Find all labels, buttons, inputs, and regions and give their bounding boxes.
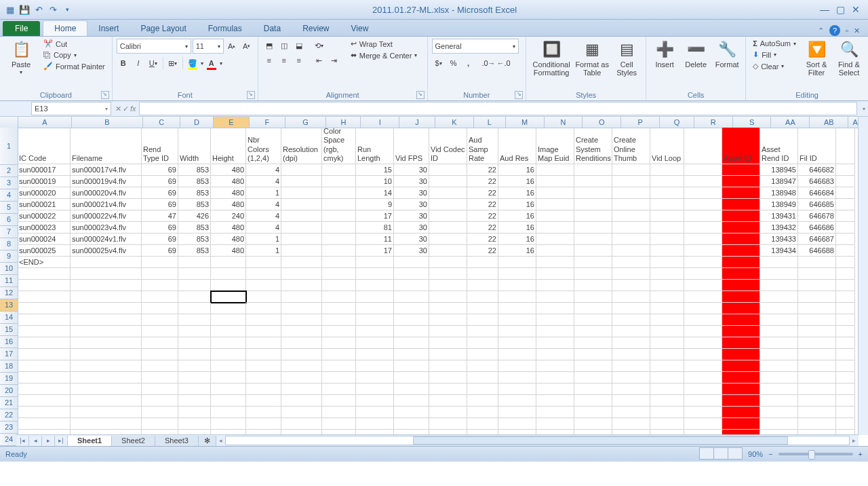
cell[interactable] xyxy=(18,280,71,291)
sheet-tab-3[interactable]: Sheet3 xyxy=(155,436,199,446)
cell[interactable] xyxy=(281,176,322,187)
redo-icon[interactable]: ↷ xyxy=(47,3,59,16)
name-box[interactable]: E13▾ xyxy=(31,102,111,115)
cell[interactable] xyxy=(71,395,142,407)
cell[interactable]: sun000025 xyxy=(18,245,71,257)
cell[interactable]: Vid FPS xyxy=(394,128,429,164)
cell[interactable] xyxy=(18,395,71,407)
cell[interactable] xyxy=(394,291,429,303)
cell[interactable] xyxy=(281,187,322,199)
cell[interactable]: 69 xyxy=(142,187,178,199)
cell[interactable] xyxy=(429,349,467,360)
column-header[interactable]: R xyxy=(694,117,733,128)
cell[interactable] xyxy=(142,326,178,337)
cell[interactable] xyxy=(650,395,684,407)
cell[interactable] xyxy=(211,337,246,349)
cell[interactable] xyxy=(429,418,467,430)
cell[interactable] xyxy=(836,128,855,164)
cell[interactable] xyxy=(650,360,684,372)
cell[interactable] xyxy=(536,384,574,395)
formula-input[interactable] xyxy=(139,102,857,115)
cell[interactable] xyxy=(684,164,722,176)
shrink-font-icon[interactable]: A▾ xyxy=(240,39,254,53)
row-header[interactable]: 5 xyxy=(0,202,18,214)
row-header[interactable]: 19 xyxy=(0,373,18,385)
cell[interactable] xyxy=(612,418,650,430)
cell[interactable] xyxy=(798,257,836,268)
tab-view[interactable]: View xyxy=(340,21,380,36)
cell[interactable] xyxy=(760,395,798,407)
cell[interactable] xyxy=(836,384,855,395)
cell[interactable] xyxy=(467,268,498,280)
cell[interactable] xyxy=(722,245,760,257)
cell[interactable] xyxy=(429,176,467,187)
cell[interactable] xyxy=(650,372,684,384)
cell[interactable] xyxy=(836,268,855,280)
cell[interactable] xyxy=(71,337,142,349)
cell[interactable] xyxy=(612,326,650,337)
zoom-slider[interactable] xyxy=(778,453,853,455)
number-dialog-icon[interactable]: ↘ xyxy=(515,91,523,99)
decrease-decimal-icon[interactable]: ←.0 xyxy=(497,56,511,70)
copy-button[interactable]: ⿻Copy▾ xyxy=(41,50,108,60)
cell[interactable] xyxy=(536,360,574,372)
cell[interactable] xyxy=(722,360,760,372)
cell[interactable] xyxy=(798,280,836,291)
cell[interactable] xyxy=(722,303,760,314)
cell[interactable] xyxy=(684,257,722,268)
cell[interactable] xyxy=(178,337,211,349)
cell[interactable] xyxy=(650,257,684,268)
cell[interactable] xyxy=(722,257,760,268)
cell[interactable] xyxy=(429,222,467,233)
cell[interactable] xyxy=(498,372,536,384)
cell[interactable] xyxy=(836,257,855,268)
format-cells-button[interactable]: 🔧Format xyxy=(713,39,741,69)
cell[interactable] xyxy=(211,360,246,372)
grow-font-icon[interactable]: A▴ xyxy=(225,39,239,53)
cell[interactable] xyxy=(281,372,322,384)
cell[interactable] xyxy=(429,395,467,407)
fill-button[interactable]: ⬇ Fill▾ xyxy=(750,50,799,60)
cell[interactable] xyxy=(650,176,684,187)
confirm-entry-icon[interactable]: ✓ xyxy=(123,105,129,113)
cell[interactable] xyxy=(356,360,394,372)
cell[interactable] xyxy=(246,407,281,418)
cell[interactable] xyxy=(536,222,574,233)
cell[interactable] xyxy=(322,326,356,337)
cell[interactable] xyxy=(322,176,356,187)
cell[interactable] xyxy=(612,199,650,210)
cell[interactable]: Filename xyxy=(71,128,142,164)
cell[interactable] xyxy=(281,164,322,176)
conditional-formatting-button[interactable]: 🔲Conditional Formatting xyxy=(530,39,572,77)
cell[interactable]: 853 xyxy=(178,187,211,199)
cell[interactable]: 480 xyxy=(211,187,246,199)
sheet-tab-1[interactable]: Sheet1 xyxy=(68,436,112,446)
cell[interactable] xyxy=(356,303,394,314)
cell[interactable] xyxy=(684,187,722,199)
cell[interactable] xyxy=(356,257,394,268)
cell[interactable] xyxy=(246,360,281,372)
cell[interactable] xyxy=(281,326,322,337)
cell[interactable] xyxy=(467,280,498,291)
cell[interactable] xyxy=(71,280,142,291)
cell[interactable]: 16 xyxy=(498,233,536,245)
cell[interactable] xyxy=(211,372,246,384)
font-dialog-icon[interactable]: ↘ xyxy=(247,91,255,99)
cell[interactable]: 16 xyxy=(498,164,536,176)
cell[interactable] xyxy=(574,395,612,407)
cell[interactable] xyxy=(178,418,211,430)
cell[interactable]: 426 xyxy=(178,210,211,222)
column-header[interactable]: Q xyxy=(660,117,694,128)
cell[interactable]: 646678 xyxy=(798,210,836,222)
delete-cells-button[interactable]: ➖Delete xyxy=(682,39,710,69)
sheet-nav-first-icon[interactable]: |◂ xyxy=(16,436,29,446)
cell[interactable] xyxy=(356,395,394,407)
cell[interactable]: 138945 xyxy=(760,164,798,176)
cell[interactable] xyxy=(684,395,722,407)
align-center-icon[interactable]: ≡ xyxy=(277,54,291,67)
cell[interactable] xyxy=(429,372,467,384)
cell[interactable] xyxy=(650,268,684,280)
cell[interactable]: 69 xyxy=(142,164,178,176)
align-bottom-icon[interactable]: ⬓ xyxy=(292,39,306,52)
cell[interactable] xyxy=(356,326,394,337)
